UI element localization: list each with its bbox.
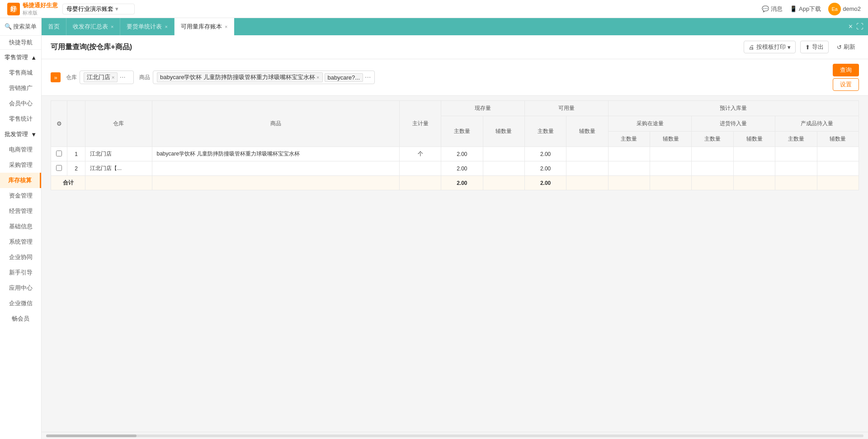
data-table: ⚙ 仓库 商品 主计量 现存量 可用量 预计入库量 主数量 辅数	[51, 100, 859, 190]
warehouse-dots[interactable]: ···	[119, 73, 125, 81]
th-settings[interactable]: ⚙	[51, 101, 67, 147]
sidebar-item-newguide[interactable]: 新手引导	[0, 265, 41, 280]
logo-area: 好 畅捷通好生意 标准版	[7, 2, 58, 16]
filter-expand-btn[interactable]: »	[51, 72, 61, 82]
footer-empty3	[399, 176, 441, 190]
footer-label: 合计	[51, 176, 85, 190]
sidebar-item-finance[interactable]: 资金管理	[0, 188, 41, 203]
row-pur-main	[608, 161, 650, 176]
th-avail-aux: 辅数量	[566, 116, 608, 147]
row-unit: 个	[399, 147, 441, 161]
row-pur-main	[608, 147, 650, 161]
th-prod-main: 主数量	[775, 132, 817, 147]
row-in-aux	[733, 161, 775, 176]
sidebar-item-operations[interactable]: 经营管理	[0, 203, 41, 219]
tab-close-order-stats[interactable]: ×	[165, 24, 167, 29]
sidebar-item-basics[interactable]: 基础信息	[0, 219, 41, 234]
th-in-aux: 辅数量	[733, 132, 775, 147]
avatar: Ea	[828, 3, 841, 15]
sidebar-group-wholesale: 批发管理 ▼	[0, 127, 41, 142]
refresh-button[interactable]: ↺ 刷新	[833, 41, 859, 53]
th-purchase: 采购在途量	[608, 116, 692, 132]
download-icon: 📱	[790, 5, 797, 12]
sidebar: 🔍 搜索菜单 快捷导航 零售管理 ▲ 零售商城 营销推广 会员中心 零售统计 批…	[0, 18, 42, 439]
sidebar-group-wholesale-header[interactable]: 批发管理 ▼	[0, 127, 41, 142]
logo-text: 畅捷通好生意 标准版	[23, 2, 58, 16]
org-selector[interactable]: 母婴行业演示账套 ▾	[62, 4, 135, 14]
export-button[interactable]: ⬆ 导出	[800, 41, 829, 53]
product-dots[interactable]: ···	[365, 73, 371, 81]
sidebar-item-retail-stats[interactable]: 零售统计	[0, 111, 41, 127]
tab-order-stats[interactable]: 要货单统计表 ×	[120, 18, 174, 35]
sidebar-item-system[interactable]: 系统管理	[0, 234, 41, 250]
sidebar-search[interactable]: 🔍 搜索菜单	[0, 18, 41, 36]
row-product	[152, 161, 399, 176]
message-icon: 💬	[762, 5, 769, 12]
product-filter-input[interactable]: babycare学饮杯 儿童防摔防撞吸管杯重力球吸嘴杯宝宝水杯 × babyca…	[153, 71, 375, 84]
row-checkbox[interactable]	[51, 147, 67, 161]
th-stock-aux: 辅数量	[483, 116, 524, 147]
th-pur-aux: 辅数量	[650, 132, 692, 147]
sidebar-item-purchase[interactable]: 采购管理	[0, 157, 41, 173]
row-unit	[399, 161, 441, 176]
chevron-down-icon2: ▾	[788, 44, 791, 51]
tab-home[interactable]: 首页	[42, 18, 66, 35]
tab-close-available-stock[interactable]: ×	[225, 24, 227, 29]
scrollbar-thumb[interactable]	[46, 434, 137, 437]
th-warehouse: 仓库	[85, 101, 152, 147]
settings-icon: ⚙	[57, 120, 62, 127]
th-no	[67, 101, 85, 147]
th-avail-main: 主数量	[524, 116, 566, 147]
th-product-in: 产成品待入量	[775, 116, 859, 132]
svg-text:好: 好	[10, 5, 17, 12]
th-pur-main: 主数量	[608, 132, 650, 147]
sidebar-item-marketing[interactable]: 营销推广	[0, 80, 41, 96]
row-product: babycare学饮杯 儿童防摔防撞吸管杯重力球吸嘴杯宝宝水杯	[152, 147, 399, 161]
row-avail-aux	[566, 147, 608, 161]
sidebar-item-inventory[interactable]: 库存核算	[0, 173, 41, 188]
row-stock-aux	[483, 161, 524, 176]
refresh-icon: ↺	[837, 44, 842, 51]
tab-close-all-btn[interactable]: ×	[849, 23, 853, 31]
sidebar-item-member[interactable]: 会员中心	[0, 96, 41, 111]
query-button[interactable]: 查询	[833, 64, 859, 76]
export-icon: ⬆	[805, 44, 810, 51]
tab-available-stock[interactable]: 可用量库存账本 ×	[175, 18, 234, 35]
sidebar-item-wechat[interactable]: 企业微信	[0, 296, 41, 311]
table-row: 2 江北门店【... 2.00 2.00	[51, 161, 859, 176]
app-download-action[interactable]: 📱 App下载	[790, 5, 821, 13]
sidebar-item-ecommerce[interactable]: 电商管理	[0, 142, 41, 157]
top-bar: 好 畅捷通好生意 标准版 母婴行业演示账套 ▾ 💬 消息 📱 App下载 Ea …	[0, 0, 868, 18]
warehouse-tag-remove[interactable]: ×	[112, 75, 114, 80]
row-avail-main: 2.00	[524, 147, 566, 161]
setting-button[interactable]: 设置	[833, 78, 859, 91]
top-bar-left: 好 畅捷通好生意 标准版 母婴行业演示账套 ▾	[7, 2, 135, 16]
sidebar-group-retail-header[interactable]: 零售管理 ▲	[0, 50, 41, 65]
th-current-stock: 现存量	[441, 101, 525, 116]
row-checkbox[interactable]	[51, 161, 67, 176]
tab-close-stock-summary[interactable]: ×	[111, 24, 113, 29]
sidebar-item-collab[interactable]: 企业协同	[0, 250, 41, 265]
row-prod-aux	[817, 147, 859, 161]
logo-icon: 好	[7, 3, 20, 15]
horizontal-scrollbar[interactable]	[42, 432, 868, 439]
warehouse-filter-input[interactable]: 江北门店 × ···	[80, 71, 134, 84]
th-planned-inbound: 预计入库量	[608, 101, 859, 116]
sidebar-item-appcenter[interactable]: 应用中心	[0, 280, 41, 296]
user-menu[interactable]: Ea demo2	[828, 3, 861, 15]
product-tag1-remove[interactable]: ×	[316, 75, 319, 80]
page-actions: 🖨 按模板打印 ▾ ⬆ 导出 ↺ 刷新	[744, 41, 859, 53]
filter-actions: 查询 设置	[833, 64, 859, 91]
th-available: 可用量	[524, 101, 608, 116]
template-print-button[interactable]: 🖨 按模板打印 ▾	[744, 41, 796, 53]
sidebar-item-retail-mall[interactable]: 零售商城	[0, 65, 41, 80]
message-action[interactable]: 💬 消息	[762, 5, 783, 13]
th-in-main: 主数量	[692, 132, 733, 147]
sidebar-item-member2[interactable]: 畅会员	[0, 311, 41, 326]
tab-stock-summary[interactable]: 收发存汇总表 ×	[66, 18, 120, 35]
footer-in-main	[692, 176, 733, 190]
row-no: 1	[67, 147, 85, 161]
quick-nav[interactable]: 快捷导航	[0, 36, 41, 50]
filter-bar: » 仓库 江北门店 × ··· 商品	[42, 59, 868, 96]
tab-fullscreen-btn[interactable]: ⛶	[856, 23, 863, 31]
